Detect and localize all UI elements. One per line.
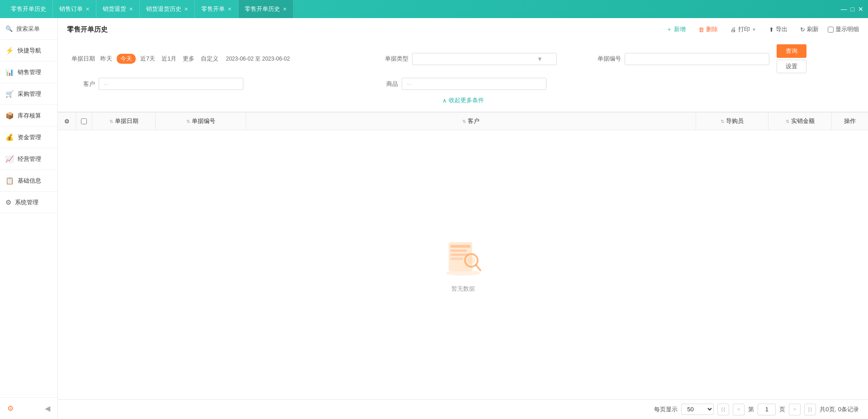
sidebar-item-purchase-mgmt[interactable]: 🛒 采购管理 [0, 83, 57, 105]
customer-value: ··· [104, 80, 109, 87]
refresh-label: 刷新 [807, 25, 819, 33]
th-num-label: 单据编号 [192, 117, 215, 125]
goods-value: ··· [407, 80, 412, 87]
sidebar-item-system[interactable]: ⚙ 系统管理 [0, 192, 57, 213]
svg-rect-3 [451, 250, 467, 252]
date-btn-yesterday[interactable]: 昨天 [99, 54, 114, 64]
print-label: 打印 [738, 25, 750, 33]
first-page-button[interactable]: ⟨⟨ [717, 404, 729, 415]
th-amount-label: 实销金额 [791, 117, 815, 125]
order-type-select[interactable]: ▼ [412, 53, 557, 65]
th-date[interactable]: ⇅ 单据日期 [92, 113, 156, 130]
search-icon: 🔍 [5, 25, 13, 32]
inventory-icon: 📦 [5, 112, 14, 120]
maximize-icon[interactable]: □ [851, 5, 854, 13]
th-gear[interactable]: ⚙ [58, 113, 76, 130]
tab-sales-return[interactable]: 销货退货 ✕ [96, 0, 140, 18]
svg-line-8 [476, 265, 480, 270]
date-filter-label: 单据日期 [67, 55, 99, 63]
sidebar-item-quick-nav[interactable]: ⚡ 快捷导航 [0, 40, 57, 61]
page-size-select[interactable]: 50 20 100 [681, 404, 714, 415]
query-button[interactable]: 查询 [777, 44, 806, 58]
table-header: ⚙ ⇅ 单据日期 ⇅ 单据编号 ⇅ 客户 ⇅ [58, 112, 868, 130]
sidebar-item-sales-mgmt[interactable]: 📊 销售管理 [0, 61, 57, 83]
date-btn-last-month[interactable]: 近1月 [160, 54, 178, 64]
collapse-up-icon: ∧ [442, 97, 447, 104]
sidebar-search[interactable]: 🔍 搜索采单 [0, 18, 57, 40]
th-num[interactable]: ⇅ 单据编号 [156, 113, 246, 130]
th-guide[interactable]: ⇅ 导购员 [696, 113, 768, 130]
date-btn-custom[interactable]: 自定义 [199, 54, 220, 64]
settings-button[interactable]: 设置 [777, 60, 806, 73]
th-guide-label: 导购员 [726, 117, 744, 125]
purchase-mgmt-icon: 🛒 [5, 90, 14, 98]
show-detail-input[interactable] [828, 27, 834, 33]
tab-retail-open[interactable]: 零售开单 ✕ [195, 0, 238, 18]
collapse-filter-row[interactable]: ∧ 收起更多条件 [67, 94, 859, 108]
sidebar-item-finance[interactable]: 💰 资金管理 [0, 127, 57, 148]
sidebar-item-operations[interactable]: 📈 经营管理 [0, 148, 57, 170]
toolbar: ＋ 新增 🗑 删除 🖨 打印 ▼ ⬆ 导出 [663, 24, 859, 35]
minimize-icon[interactable]: — [841, 5, 847, 13]
print-button[interactable]: 🖨 打印 ▼ [727, 24, 760, 35]
goods-label: 商品 [370, 80, 402, 88]
show-detail-checkbox[interactable]: 显示明细 [828, 25, 859, 33]
close-icon[interactable]: ✕ [184, 6, 188, 12]
th-amount[interactable]: ⇅ 实销金额 [768, 113, 832, 130]
customer-select[interactable]: ··· [99, 78, 243, 90]
th-customer[interactable]: ⇅ 客户 [246, 113, 696, 130]
table-wrapper: ⚙ ⇅ 单据日期 ⇅ 单据编号 ⇅ 客户 ⇅ [58, 112, 868, 399]
tab-retail-history[interactable]: 零售开单历史 ✕ [238, 0, 294, 18]
last-page-button[interactable]: ⟩⟩ [804, 404, 816, 415]
sort-up-icon: ⇅ [721, 119, 724, 124]
quick-nav-icon: ⚡ [5, 47, 14, 55]
order-num-input[interactable] [625, 53, 769, 65]
settings-icon[interactable]: ⚙ [7, 404, 14, 413]
tab-sales-order[interactable]: 销售订单 ✕ [53, 0, 96, 18]
add-icon: ＋ [666, 25, 672, 33]
window-close-icon[interactable]: ✕ [858, 5, 863, 13]
tab-sales-return-history[interactable]: 销货退货历史 ✕ [140, 0, 195, 18]
sidebar-item-basic-info[interactable]: 📋 基础信息 [0, 170, 57, 192]
content-area: 零售开单历史 ＋ 新增 🗑 删除 🖨 打印 ▼ [58, 18, 868, 419]
show-detail-label: 显示明细 [835, 25, 859, 33]
date-btn-more[interactable]: 更多 [181, 54, 196, 64]
sidebar-item-label: 基础信息 [18, 177, 41, 185]
select-all-checkbox[interactable] [81, 118, 87, 124]
date-filter: 昨天 今天 近7天 近1月 更多 自定义 2023-06-02 至 2023-0… [99, 54, 290, 64]
export-button[interactable]: ⬆ 导出 [765, 24, 791, 35]
current-page-input[interactable] [758, 404, 776, 415]
window-controls: — □ ✕ [841, 5, 863, 13]
system-icon: ⚙ [5, 198, 11, 207]
date-btn-last7[interactable]: 近7天 [138, 54, 157, 64]
close-icon[interactable]: ✕ [129, 6, 133, 12]
delete-button[interactable]: 🗑 删除 [695, 24, 721, 35]
tab-home[interactable]: 零售开单历史 [5, 0, 53, 18]
next-page-button[interactable]: ＞ [789, 404, 801, 415]
refresh-button[interactable]: ↻ 刷新 [797, 24, 822, 35]
basic-info-icon: 📋 [5, 177, 14, 185]
svg-rect-4 [451, 254, 469, 256]
pagination: 每页显示 50 20 100 ⟨⟨ ＜ 第 页 ＞ ⟩⟩ 共0页, 0条记录 [58, 399, 868, 419]
close-icon[interactable]: ✕ [283, 6, 287, 12]
refresh-icon: ↻ [800, 26, 805, 33]
sidebar-bottom: ⚙ ◀ [0, 397, 57, 419]
sort-up-icon: ⇅ [462, 119, 466, 124]
page-label: 第 [748, 405, 754, 414]
collapse-sidebar-icon[interactable]: ◀ [45, 404, 50, 413]
sidebar-item-label: 采购管理 [18, 90, 41, 98]
close-icon[interactable]: ✕ [228, 6, 232, 12]
sidebar-item-inventory[interactable]: 📦 库存核算 [0, 105, 57, 127]
add-button[interactable]: ＋ 新增 [663, 24, 689, 35]
tab-retail-open-label: 零售开单 [201, 5, 225, 13]
th-check[interactable] [76, 113, 92, 130]
empty-area: 暂无数据 [58, 130, 868, 399]
date-btn-today[interactable]: 今天 [117, 54, 136, 64]
prev-page-button[interactable]: ＜ [733, 404, 745, 415]
page-title-row: 零售开单历史 ＋ 新增 🗑 删除 🖨 打印 ▼ [67, 24, 859, 39]
page-suffix: 页 [779, 405, 785, 414]
close-icon[interactable]: ✕ [85, 6, 90, 12]
sidebar-item-label: 经营管理 [18, 155, 41, 163]
print-dropdown-icon: ▼ [752, 27, 756, 32]
goods-select[interactable]: ··· [402, 78, 546, 90]
